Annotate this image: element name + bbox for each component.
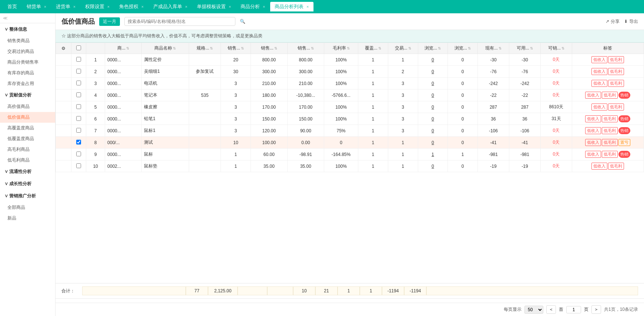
sidebar-item-high-margin[interactable]: 高毛利商品: [0, 144, 55, 155]
first-page-btn[interactable]: ＜: [546, 305, 556, 314]
select-all-checkbox[interactable]: [76, 45, 81, 50]
row-checkbox[interactable]: [71, 125, 86, 137]
col-view2[interactable]: 浏览...⇅: [448, 43, 478, 54]
nav-analysis[interactable]: 商品分析 ×: [236, 2, 269, 11]
next-page-btn[interactable]: ＞: [591, 305, 601, 314]
sidebar-collapse-icon[interactable]: ≪: [3, 16, 8, 21]
view1-link[interactable]: 0: [432, 81, 434, 86]
row-select-checkbox[interactable]: [76, 140, 81, 145]
view1-link[interactable]: 0: [432, 164, 434, 169]
close-icon[interactable]: ×: [306, 4, 309, 9]
col-settings[interactable]: ⚙: [56, 43, 71, 54]
close-icon[interactable]: ×: [229, 4, 231, 9]
view1-link[interactable]: 0: [432, 105, 434, 110]
view1-link[interactable]: 0: [432, 128, 434, 133]
sidebar-item-sales-goods[interactable]: 销售类商品: [0, 35, 55, 46]
sidebar-group-growth[interactable]: ∨ 成长性分析: [0, 178, 55, 190]
share-btn[interactable]: ↗ 分享: [606, 18, 620, 25]
nav-analysis-list[interactable]: 商品分析列表 ×: [270, 2, 313, 11]
row-select-checkbox[interactable]: [76, 152, 81, 156]
row-view1[interactable]: 0: [418, 160, 448, 172]
col-sales-price[interactable]: 销售...⇅: [251, 43, 287, 54]
search-icon[interactable]: 🔍: [240, 19, 245, 24]
page-number-input[interactable]: [566, 306, 581, 313]
view1-link[interactable]: 1: [432, 152, 434, 157]
row-view1[interactable]: 1: [418, 149, 448, 160]
sidebar-group-circulation[interactable]: ∨ 流通性分析: [0, 166, 55, 178]
row-view1[interactable]: 0: [418, 101, 448, 113]
view1-link[interactable]: 0: [432, 69, 434, 74]
sidebar-group-contribution[interactable]: ∨ 贡献值分析: [0, 89, 55, 101]
col-coverage[interactable]: 覆盖...⇅: [358, 43, 388, 54]
row-select-checkbox[interactable]: [76, 92, 81, 97]
col-sales-qty[interactable]: 销售...⇅: [221, 43, 251, 54]
sidebar-item-high-value[interactable]: 高价值商品: [0, 101, 55, 112]
col-view1[interactable]: 浏览...⇅: [418, 43, 448, 54]
search-input[interactable]: [124, 17, 235, 26]
sidebar-item-low-margin[interactable]: 低毛利商品: [0, 155, 55, 166]
sidebar-group-marketing[interactable]: ∨ 营销推广分析: [0, 190, 55, 202]
close-icon[interactable]: ×: [44, 4, 46, 9]
col-current[interactable]: 现有...⇅: [477, 43, 509, 54]
close-icon[interactable]: ×: [73, 4, 76, 9]
sidebar-group-overall[interactable]: ∨ 整体信息: [0, 23, 55, 35]
row-view1[interactable]: 0: [418, 125, 448, 137]
nav-home[interactable]: 首页: [3, 2, 21, 11]
row-checkbox[interactable]: [71, 54, 86, 66]
col-name[interactable]: 商品名称⇅: [142, 43, 189, 54]
row-checkbox[interactable]: [71, 66, 86, 78]
row-checkbox[interactable]: [71, 89, 86, 101]
nav-purchase[interactable]: 进货单 ×: [51, 2, 80, 11]
row-select-checkbox[interactable]: [76, 81, 81, 85]
row-select-checkbox[interactable]: [76, 116, 81, 121]
sidebar-item-all-goods[interactable]: 全部商品: [0, 202, 55, 213]
scrollbar-area[interactable]: [56, 298, 644, 303]
sidebar-item-stock-goods[interactable]: 有库存的商品: [0, 68, 55, 78]
col-spec[interactable]: 规格...⇅: [189, 43, 221, 54]
col-sellable[interactable]: 可销...⇅: [540, 43, 572, 54]
row-checkbox[interactable]: [71, 101, 86, 113]
row-view1[interactable]: 0: [418, 54, 448, 66]
sidebar-item-low-value[interactable]: 低价值商品: [0, 112, 55, 123]
close-icon[interactable]: ×: [141, 4, 144, 9]
sidebar-item-high-coverage[interactable]: 高覆盖度商品: [0, 123, 55, 133]
row-view1[interactable]: 0: [418, 89, 448, 101]
view1-link[interactable]: 0: [432, 116, 434, 122]
row-checkbox[interactable]: [71, 113, 86, 125]
close-icon[interactable]: ×: [263, 4, 265, 9]
view1-link[interactable]: 0: [432, 140, 434, 145]
row-select-checkbox[interactable]: [76, 128, 81, 133]
per-page-select[interactable]: 50 100 200: [524, 306, 543, 314]
row-checkbox[interactable]: [71, 160, 86, 172]
close-icon[interactable]: ×: [107, 4, 110, 9]
row-select-checkbox[interactable]: [76, 163, 81, 168]
nav-template[interactable]: 单据模板设置 ×: [192, 2, 235, 11]
filter-recent-btn[interactable]: 近一月: [99, 17, 120, 26]
row-select-checkbox[interactable]: [76, 69, 81, 74]
row-view1[interactable]: 0: [418, 66, 448, 78]
col-code[interactable]: 商...⇅: [105, 43, 142, 54]
row-checkbox[interactable]: [71, 78, 86, 89]
sidebar-item-new-goods[interactable]: 新品: [0, 213, 55, 224]
col-trade[interactable]: 交易...⇅: [388, 43, 418, 54]
row-view1[interactable]: 0: [418, 137, 448, 149]
row-view1[interactable]: 0: [418, 78, 448, 89]
row-checkbox[interactable]: [71, 137, 86, 149]
sidebar-item-stock-capital[interactable]: 库存资金占用: [0, 78, 55, 89]
nav-permissions[interactable]: 权限设置 ×: [81, 2, 114, 11]
view1-link[interactable]: 0: [432, 93, 434, 98]
row-checkbox[interactable]: [71, 149, 86, 160]
col-gross-rate[interactable]: 毛利率⇅: [324, 43, 358, 54]
nav-warehouse[interactable]: 产成品入库单 ×: [149, 2, 192, 11]
col-available[interactable]: 可用...⇅: [509, 43, 540, 54]
row-view1[interactable]: 0: [418, 113, 448, 125]
view1-link[interactable]: 0: [432, 57, 434, 62]
export-btn[interactable]: ⬇ 导出: [624, 18, 638, 25]
sidebar-item-category-rate[interactable]: 商品分类销售率: [0, 57, 55, 68]
sidebar-item-traded-goods[interactable]: 交易过的商品: [0, 46, 55, 57]
close-icon[interactable]: ×: [185, 4, 187, 9]
col-sales-amount[interactable]: 销售...⇅: [287, 43, 324, 54]
nav-roles[interactable]: 角色授权 ×: [115, 2, 148, 11]
row-select-checkbox[interactable]: [76, 57, 81, 62]
sidebar-item-low-coverage[interactable]: 低覆盖度商品: [0, 133, 55, 144]
